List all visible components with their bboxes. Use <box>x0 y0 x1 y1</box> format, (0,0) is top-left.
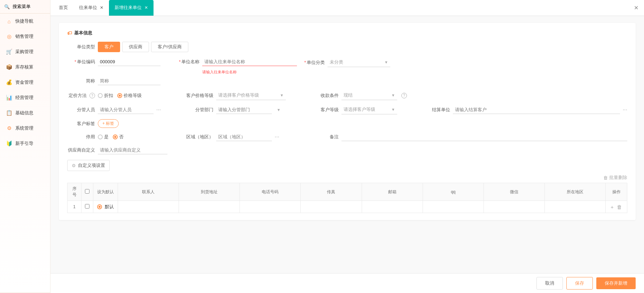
cancel-button[interactable]: 取消 <box>536 277 563 290</box>
phone-cell <box>240 201 301 213</box>
payment-terms-select[interactable]: 现结 ▼ <box>341 91 397 100</box>
row-checkbox[interactable] <box>85 204 89 209</box>
inventory-icon: 📦 <box>6 64 13 71</box>
area-more-icon[interactable]: ··· <box>275 134 279 140</box>
pricing-radio-price-level[interactable]: 价格等级 <box>117 92 142 99</box>
customer-price-level-select[interactable]: 请选择客户价格等级 ▼ <box>216 91 286 100</box>
sidebar-item-quick-nav[interactable]: ⌂快捷导航 <box>0 14 50 29</box>
unit-name-input[interactable] <box>202 58 297 66</box>
tab-new-partner[interactable]: 新增往来单位✕ <box>109 0 154 16</box>
save-new-button[interactable]: 保存并新增 <box>596 277 636 289</box>
sidebar-item-label-basic-info: 基础信息 <box>15 110 33 116</box>
disabled-radio-group: 是 否 <box>98 134 124 140</box>
unit-code-input[interactable] <box>98 58 160 66</box>
department-field: 分管部门 ▼ <box>186 106 311 114</box>
batch-delete-button[interactable]: 🗑 批量删除 <box>603 174 627 181</box>
custom-settings-label: 自定义项设置 <box>78 162 105 169</box>
quick-nav-icon: ⌂ <box>6 18 13 25</box>
disabled-radio-no[interactable]: 否 <box>113 134 124 140</box>
sidebar-item-guide[interactable]: 🔰新手引导 <box>0 136 50 151</box>
fax-input[interactable] <box>304 204 358 209</box>
customer-level-placeholder: 请选择客户等级 <box>344 106 375 113</box>
short-name-input[interactable] <box>98 77 160 85</box>
disabled-radio-yes[interactable]: 是 <box>98 134 109 140</box>
save-button[interactable]: 保存 <box>566 277 593 290</box>
custom-settings-button[interactable]: ⚙ 自定义项设置 <box>67 160 110 171</box>
region-input[interactable] <box>548 204 602 209</box>
radio-label-discount: 折扣 <box>104 92 113 99</box>
default-radio[interactable]: 默认 <box>97 204 114 210</box>
th-3: 联系人 <box>118 183 179 201</box>
tab-bar: 首页往来单位✕新增往来单位✕ ✕ <box>50 0 644 16</box>
email-input[interactable] <box>366 204 419 209</box>
unit-code-field: *单位编码 <box>67 58 172 66</box>
select-all-checkbox[interactable] <box>85 189 89 194</box>
th-6: 传真 <box>301 183 362 201</box>
customer-price-level-field: 客户价格等级 请选择客户价格等级 ▼ <box>186 91 311 100</box>
settings-icon: ⚙ <box>72 163 76 168</box>
department-input[interactable] <box>216 106 272 114</box>
sidebar-item-basic-info[interactable]: 📋基础信息 <box>0 105 50 121</box>
tab-close-partners[interactable]: ✕ <box>100 5 103 10</box>
unit-category-select[interactable]: 未分类 ▼ <box>328 58 390 67</box>
unit-btn-customer[interactable]: 客户 <box>98 42 120 52</box>
search-icon: 🔍 <box>4 4 10 9</box>
unit-type-label: 单位类型 <box>67 44 95 50</box>
tab-label-new-partner: 新增往来单位 <box>115 5 142 11</box>
remarks-input[interactable] <box>341 133 627 141</box>
pricing-help-icon[interactable]: ? <box>89 93 95 98</box>
sidebar-item-finance[interactable]: 💰资金管理 <box>0 75 50 90</box>
chevron-down-icon2: ▼ <box>280 93 284 97</box>
settlement-unit-input[interactable] <box>453 106 620 114</box>
default-cell: 默认 <box>93 201 118 213</box>
tab-home[interactable]: 首页 <box>53 0 73 16</box>
th-5: 电话号码 <box>240 183 301 201</box>
section-title-text: 基本信息 <box>74 30 92 36</box>
sidebar-item-operations[interactable]: 📊经营管理 <box>0 90 50 105</box>
add-row-button[interactable]: + <box>610 204 615 210</box>
area-field: 区域（地区） ··· <box>186 133 311 141</box>
address-input[interactable] <box>182 204 236 209</box>
phone-input[interactable] <box>243 204 297 209</box>
content-area: 🏷 基本信息 单位类型 客户 供应商 客户/供应商 *单位 <box>50 16 644 273</box>
window-close-button[interactable]: ✕ <box>631 3 641 13</box>
th-9: 微信 <box>484 183 544 201</box>
unit-btn-supplier[interactable]: 供应商 <box>122 42 149 52</box>
contact-input[interactable] <box>121 204 175 209</box>
manager-input[interactable] <box>98 106 154 114</box>
basic-info-icon: 📋 <box>6 109 13 116</box>
unit-name-error: 请输入往来单位名称 <box>202 70 237 75</box>
row-pricing: 定价方法 ? 折扣 价格等级 客户 <box>67 91 627 100</box>
unit-category-label: *单位分类 <box>297 59 325 66</box>
operations-icon: 📊 <box>6 94 13 101</box>
delete-row-button[interactable]: 🗑 <box>616 204 623 210</box>
wechat-input[interactable] <box>487 204 541 209</box>
unit-type-row: 单位类型 客户 供应商 客户/供应商 <box>67 42 627 52</box>
unit-code-label: *单位编码 <box>67 59 95 65</box>
qq-input[interactable] <box>426 204 480 209</box>
manager-label: 分管人员 <box>67 107 95 113</box>
settlement-more-icon[interactable]: ··· <box>623 107 627 113</box>
sidebar-item-inventory[interactable]: 📦库存核算 <box>0 59 50 75</box>
unit-btn-both[interactable]: 客户/供应商 <box>151 42 188 52</box>
pricing-radio-discount[interactable]: 折扣 <box>98 92 113 99</box>
sidebar-item-purchase[interactable]: 🛒采购管理 <box>0 44 50 59</box>
table-header-row: 序号设为默认联系人到货地址电话号码传真邮箱qq微信所在地区操作 <box>68 183 627 201</box>
supplier-custom-input[interactable] <box>98 146 167 154</box>
sidebar-item-sales[interactable]: ◎销售管理 <box>0 29 50 44</box>
department-select-arrow[interactable]: ▼ <box>275 106 279 113</box>
manager-more-icon[interactable]: ··· <box>156 107 161 113</box>
customer-level-select[interactable]: 请选择客户等级 ▼ <box>341 105 397 114</box>
sidebar-search-label: 搜索菜单 <box>13 3 31 10</box>
customer-tag-label: 客户标签 <box>67 121 95 127</box>
payment-help-icon[interactable]: ? <box>401 93 407 98</box>
sidebar-item-system[interactable]: ⚙系统管理 <box>0 121 50 136</box>
area-input[interactable] <box>216 133 272 141</box>
sidebar-search[interactable]: 🔍 搜索菜单 <box>0 0 50 14</box>
table-row: 1默认+ 🗑 <box>68 201 627 213</box>
th-0: 序号 <box>68 183 81 201</box>
tab-partners[interactable]: 往来单位✕ <box>73 0 109 16</box>
email-cell <box>362 201 423 213</box>
tab-close-new-partner[interactable]: ✕ <box>144 5 148 10</box>
add-tag-button[interactable]: + 标签 <box>98 119 119 128</box>
